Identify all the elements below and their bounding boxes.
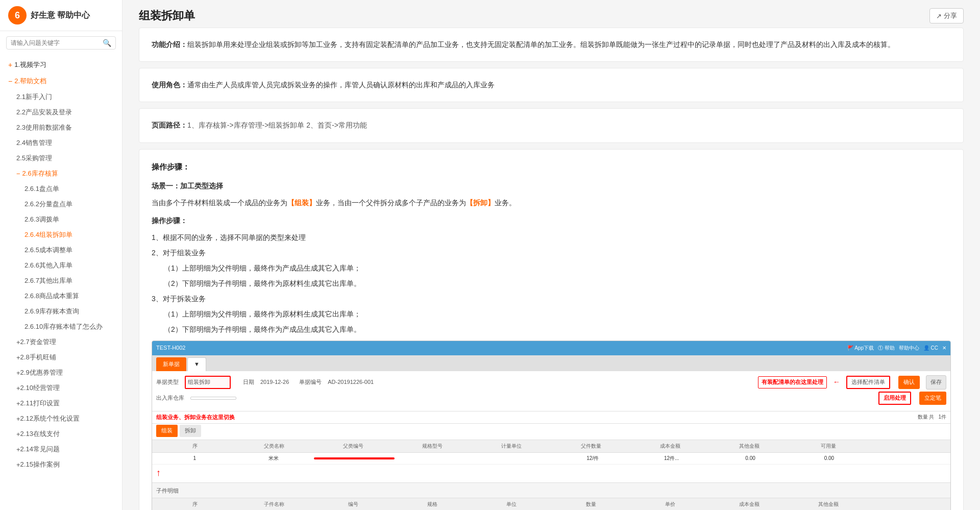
step-3-sub: （1）上部明细为父件明细，最终作为原材料生成其它出库单； （2）下部明细为子件明… <box>164 307 951 336</box>
sidebar-item-docs-2-2[interactable]: 2.2产品安装及登录 <box>0 105 122 120</box>
plus-icon-2-11: + <box>16 400 20 407</box>
ss-subtab-row: 组装 拆卸 <box>156 425 946 437</box>
scene1-title: 场景一：加工类型选择 <box>152 180 951 192</box>
plus-icon-2-8: + <box>16 354 20 361</box>
sidebar-item-docs-2-6[interactable]: − 2.6库存核算 <box>0 166 122 181</box>
ss-close-icon: ✕ <box>942 344 946 353</box>
step-1: 1、根据不同的业务，选择不同单据的类型来处理 <box>152 230 951 245</box>
plus-icon-2-7: + <box>16 338 20 346</box>
sidebar-item-docs-2-7[interactable]: + 2.7资金管理 <box>0 334 122 350</box>
share-button[interactable]: ↗ 分享 <box>929 8 964 23</box>
plus-icon-2-13: + <box>16 430 20 438</box>
sidebar-header: 6 好生意 帮助中心 <box>0 0 122 31</box>
th-code: 父类编号 <box>314 442 391 451</box>
th-op <box>869 442 946 451</box>
plus-icon-2-14: + <box>16 446 20 453</box>
plus-icon-2-12: + <box>16 415 20 423</box>
scene1-desc: 当由多个子件材料组装成一个成品的业务为【组装】业务，当由一个父件拆分成多个子产品… <box>152 197 951 209</box>
sidebar-item-docs-2-6-2[interactable]: 2.6.2分量盘点单 <box>0 197 122 212</box>
sidebar-item-docs-2-12[interactable]: + 2.12系统个性化设置 <box>0 411 122 426</box>
ss-ann-4: 组装业务、拆卸业务在这里切换 <box>156 412 235 423</box>
ss-form-type-label: 单据类型 <box>156 377 179 387</box>
main-content: 组装拆卸单 ↗ 分享 功能介绍：组装拆卸单用来处理企业组装或拆卸等加工业务，支持… <box>122 0 980 510</box>
highlight-assemble: 【组装】 <box>287 199 316 207</box>
ss-count-value: 1件 <box>938 412 946 422</box>
sidebar-item-docs-2-6-7[interactable]: 2.6.7其他出库单 <box>0 273 122 288</box>
step-3-sub-2: （2）下部明细为子件明细，最终作为产成品生成其它入库单。 <box>164 322 951 336</box>
step-2-sub: （1）上部明细为父件明细，最终作为产成品生成其它入库单； （2）下部明细为子件明… <box>164 261 951 290</box>
ss-form-warehouse-label: 出入库仓库 <box>156 393 184 403</box>
ss-lower-label: 子件明细 <box>152 482 950 498</box>
step-list: 1、根据不同的业务，选择不同单据的类型来处理 2、对于组装业务 （1）上部明细为… <box>152 230 951 336</box>
sidebar-item-docs-2-6-4[interactable]: 2.6.4组装拆卸单 <box>0 227 122 242</box>
sidebar-item-docs-2-15[interactable]: + 2.15操作案例 <box>0 457 122 472</box>
sidebar-item-docs-2-6-3[interactable]: 2.6.3调拨单 <box>0 212 122 227</box>
sidebar-item-docs-2-8[interactable]: + 2.8手机旺铺 <box>0 350 122 365</box>
sidebar-item-docs-2-6-6[interactable]: 2.6.6其他入库单 <box>0 258 122 273</box>
ss-redcell-1 <box>314 457 395 459</box>
ss-table-row-1: 1 米米 12/件 12件... 0.00 0.00 <box>152 453 950 465</box>
sidebar-item-video[interactable]: + 1.视频学习 <box>0 57 122 73</box>
sidebar-item-docs-2-10[interactable]: + 2.10经营管理 <box>0 380 122 396</box>
ss-top-icons: 🚩 App下载 ① 帮助 帮助中心 👤 CC ✕ <box>847 344 946 353</box>
breadcrumb-text: 1、库存核算->库存管理->组装拆卸单 2、首页->常用功能 <box>187 121 367 129</box>
ss-up-arrow: ↑ <box>156 465 161 481</box>
sidebar-item-docs-2-9[interactable]: + 2.9优惠券管理 <box>0 365 122 380</box>
search-icon: 🔍 <box>103 39 111 47</box>
role-card: 使用角色：通常由生产人员或库管人员完成拆装业务的操作，库管人员确认原材料的出库和… <box>139 68 964 102</box>
sidebar-item-docs-2-4[interactable]: 2.4销售管理 <box>0 135 122 151</box>
function-intro-label: 功能介绍： <box>152 40 187 48</box>
screenshot-mock: TEST-H002 🚩 App下载 ① 帮助 帮助中心 👤 CC ✕ 新单据 ▼ <box>152 341 951 510</box>
ss-icon-help: ① 帮助 <box>878 344 895 353</box>
function-intro-text: 组装拆卸单用来处理企业组装或拆卸等加工业务，支持有固定装配清单的产品加工业务，也… <box>187 40 895 48</box>
sidebar-item-docs-2-6-8[interactable]: 2.6.8商品成本重算 <box>0 288 122 304</box>
plus-icon: + <box>8 61 12 69</box>
step-2-sub-1: （1）上部明细为父件明细，最终作为产成品生成其它入库单； <box>164 261 951 275</box>
main-header: 组装拆卸单 ↗ 分享 <box>122 0 980 28</box>
content-area: 功能介绍：组装拆卸单用来处理企业组装或拆卸等加工业务，支持有固定装配清单的产品加… <box>122 28 980 510</box>
page-title: 组装拆卸单 <box>139 8 195 23</box>
th-avail: 可用量 <box>790 442 867 451</box>
search-box[interactable]: 🔍 <box>6 36 116 50</box>
step-3: 3、对于拆装业务 <box>152 292 951 306</box>
ss-btn-save: 保存 <box>926 375 946 390</box>
search-input[interactable] <box>11 39 103 46</box>
th-spec: 规格型号 <box>394 442 471 451</box>
nav-tree: + 1.视频学习 − 2.帮助文档 2.1新手入门 2.2产品安装及登录 2.3… <box>0 55 122 510</box>
sidebar-item-docs-2-6-5[interactable]: 2.6.5成本调整单 <box>0 242 122 258</box>
ops-steps-title: 操作步骤： <box>152 214 951 227</box>
ss-tab-row: 新单据 ▼ <box>152 355 950 371</box>
step-2-sub-2: （2）下部明细为子件明细，最终作为原材料生成其它出库单。 <box>164 276 951 290</box>
function-intro-card: 功能介绍：组装拆卸单用来处理企业组装或拆卸等加工业务，支持有固定装配清单的产品加… <box>139 28 964 62</box>
ss-subtab-assemble: 组装 <box>156 425 178 437</box>
ss-form-danhao-label: 单据编号 <box>299 377 322 387</box>
th-seq: 序 <box>156 442 233 451</box>
ss-icon-flag: 🚩 App下载 <box>847 344 874 353</box>
breadcrumb-label: 页面路径： <box>152 121 187 129</box>
ops-title: 操作步骤： <box>152 160 951 174</box>
ss-count-label: 数量 共 <box>918 412 935 422</box>
plus-icon-2-10: + <box>16 384 20 392</box>
ss-form-date-value: 2019-12-26 <box>260 377 289 387</box>
sidebar-item-docs-2-11[interactable]: + 2.11打印设置 <box>0 396 122 411</box>
sidebar-item-docs-2-13[interactable]: + 2.13在线支付 <box>0 426 122 442</box>
sidebar-item-docs-2-3[interactable]: 2.3使用前数据准备 <box>0 120 122 135</box>
sidebar-item-docs-2-1[interactable]: 2.1新手入门 <box>0 89 122 105</box>
sidebar-item-docs-2-5[interactable]: 2.5采购管理 <box>0 151 122 166</box>
logo-icon: 6 <box>8 6 27 25</box>
sidebar-item-docs-2-6-9[interactable]: 2.6.9库存账本查询 <box>0 304 122 319</box>
highlight-disassemble: 【拆卸】 <box>466 199 495 207</box>
minus-icon-2: − <box>16 170 20 178</box>
sidebar-item-docs[interactable]: − 2.帮助文档 <box>0 73 122 89</box>
sidebar-item-docs-2-14[interactable]: + 2.14常见问题 <box>0 442 122 457</box>
step-3-sub-1: （1）上部明细为父件明细，最终作为原材料生成其它出库单； <box>164 307 951 321</box>
ss-form-date-label: 日期 <box>243 377 254 387</box>
breadcrumb-card: 页面路径：1、库存核算->库存管理->组装拆卸单 2、首页->常用功能 <box>139 108 964 142</box>
th-other: 其他金额 <box>710 442 788 451</box>
sidebar-item-docs-2-6-10[interactable]: 2.6.10库存账本错了怎么办 <box>0 319 122 334</box>
sidebar-item-docs-2-6-1[interactable]: 2.6.1盘点单 <box>0 181 122 197</box>
th-unit: 计量单位 <box>473 442 550 451</box>
share-icon: ↗ <box>936 12 942 20</box>
ss-ann-3: 启用处理 <box>878 392 911 405</box>
ss-form-warehouse-input <box>190 397 236 400</box>
